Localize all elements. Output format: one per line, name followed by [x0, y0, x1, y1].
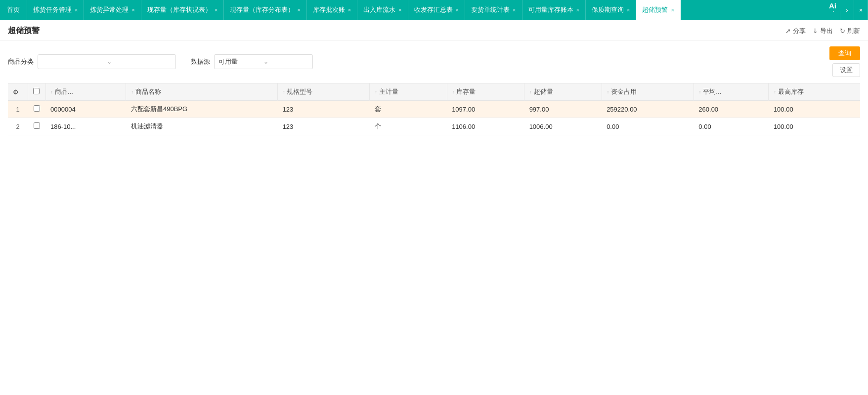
filter-area: 商品分类 ⌄ 数据源 可用量 ⌄ 查询 设置 — [0, 40, 868, 83]
main-table: ⚙ ↕商品... ↕商品名称 ↕规格型号 ↕主计量 ↕库存量 — [8, 83, 860, 135]
nav-close-icon-10[interactable]: × — [671, 7, 674, 13]
sort-icon: ↕ — [452, 90, 455, 94]
settings-gear-icon[interactable]: ⚙ — [13, 88, 19, 96]
nav-item-9[interactable]: 保质期查询× — [586, 0, 636, 20]
row-avg-0: 260.00 — [694, 101, 769, 118]
row-check-1[interactable] — [34, 122, 40, 129]
row-excess-0: 997.00 — [524, 101, 602, 118]
nav-item-2[interactable]: 现存量（库存状况表）× — [141, 0, 224, 20]
datasource-label: 数据源 — [191, 57, 210, 66]
row-num-0: 1 — [8, 101, 28, 118]
table-body: 1 0000004 六配套新昌490BPG 123 套 1097.00 997.… — [8, 101, 860, 135]
header-actions: ➚ 分享 ⇓ 导出 ↻ 刷新 — [785, 27, 860, 36]
nav-close-icon-5[interactable]: × — [398, 7, 401, 13]
settings-button[interactable]: 设置 — [832, 63, 860, 77]
col-excess[interactable]: ↕超储量 — [524, 83, 602, 101]
row-stock-1: 1106.00 — [447, 118, 524, 135]
table-header-row: ⚙ ↕商品... ↕商品名称 ↕规格型号 ↕主计量 ↕库存量 — [8, 83, 860, 101]
category-filter: 商品分类 ⌄ — [8, 54, 176, 69]
export-action[interactable]: ⇓ 导出 — [813, 27, 833, 36]
category-arrow-icon: ⌄ — [107, 58, 172, 65]
col-capital[interactable]: ↕资金占用 — [602, 83, 694, 101]
nav-item-7[interactable]: 要货单统计表× — [465, 0, 522, 20]
nav-close-icon-7[interactable]: × — [513, 7, 516, 13]
row-avg-1: 0.00 — [694, 118, 769, 135]
nav-close-icon-0[interactable]: × — [75, 7, 78, 13]
nav-close-icon-9[interactable]: × — [627, 7, 630, 13]
col-avg[interactable]: ↕平均... — [694, 83, 769, 101]
nav-item-0[interactable]: 拣货任务管理× — [27, 0, 84, 20]
sort-icon: ↕ — [51, 90, 53, 94]
row-stock-0: 1097.00 — [447, 101, 524, 118]
sort-icon: ↕ — [131, 90, 133, 94]
row-check-0[interactable] — [34, 105, 40, 112]
nav-item-6[interactable]: 收发存汇总表× — [408, 0, 465, 20]
nav-close-arrow[interactable]: × — [854, 0, 868, 20]
row-unit-1: 个 — [370, 118, 447, 135]
select-all-checkbox[interactable] — [33, 88, 40, 94]
share-action[interactable]: ➚ 分享 — [785, 27, 806, 36]
nav-close-icon-6[interactable]: × — [456, 7, 459, 13]
row-capital-1: 0.00 — [602, 118, 694, 135]
row-num-1: 2 — [8, 118, 28, 135]
share-icon: ➚ — [785, 27, 791, 35]
nav-bar: 首页 拣货任务管理×拣货异常处理×现存量（库存状况表）×现存量（库存分布表）×库… — [0, 0, 868, 20]
nav-item-4[interactable]: 库存批次账× — [307, 0, 357, 20]
sort-icon: ↕ — [607, 90, 609, 94]
row-checkbox-1[interactable] — [28, 118, 45, 135]
filter-buttons: 查询 设置 — [829, 46, 860, 77]
col-stock[interactable]: ↕库存量 — [447, 83, 524, 101]
refresh-icon: ↻ — [840, 27, 845, 35]
col-spec[interactable]: ↕规格型号 — [277, 83, 369, 101]
row-unit-0: 套 — [370, 101, 447, 118]
table-row: 2 186-10... 机油滤清器 123 个 1106.00 1006.00 … — [8, 118, 860, 135]
sort-icon: ↕ — [529, 90, 532, 94]
share-label: 分享 — [793, 27, 806, 36]
table-container: ⚙ ↕商品... ↕商品名称 ↕规格型号 ↕主计量 ↕库存量 — [0, 83, 868, 135]
row-code-0: 0000004 — [45, 101, 126, 118]
row-max-0: 100.00 — [769, 101, 860, 118]
row-max-1: 100.00 — [769, 118, 860, 135]
sort-icon: ↕ — [699, 90, 701, 94]
refresh-action[interactable]: ↻ 刷新 — [840, 27, 860, 36]
table-row: 1 0000004 六配套新昌490BPG 123 套 1097.00 997.… — [8, 101, 860, 118]
nav-close-icon-3[interactable]: × — [297, 7, 300, 13]
nav-item-8[interactable]: 可用量库存账本× — [522, 0, 586, 20]
export-icon: ⇓ — [813, 27, 818, 35]
nav-close-icon-4[interactable]: × — [348, 7, 351, 13]
datasource-filter: 数据源 可用量 ⌄ — [191, 54, 313, 69]
row-excess-1: 1006.00 — [524, 118, 602, 135]
row-spec-0: 123 — [277, 101, 369, 118]
sort-icon: ↕ — [283, 90, 285, 94]
nav-item-5[interactable]: 出入库流水× — [357, 0, 408, 20]
export-label: 导出 — [820, 27, 833, 36]
col-checkbox — [28, 83, 45, 101]
page-header: 超储预警 ➚ 分享 ⇓ 导出 ↻ 刷新 — [0, 20, 868, 40]
refresh-label: 刷新 — [847, 27, 860, 36]
datasource-select[interactable]: 可用量 ⌄ — [214, 54, 313, 69]
datasource-arrow-icon: ⌄ — [263, 58, 308, 65]
sort-icon: ↕ — [774, 90, 776, 94]
row-capital-0: 259220.00 — [602, 101, 694, 118]
col-code[interactable]: ↕商品... — [45, 83, 126, 101]
row-name-0: 六配套新昌490BPG — [126, 101, 278, 118]
nav-home[interactable]: 首页 — [0, 0, 27, 20]
nav-item-1[interactable]: 拣货异常处理× — [84, 0, 141, 20]
row-code-1: 186-10... — [45, 118, 126, 135]
row-spec-1: 123 — [277, 118, 369, 135]
col-name[interactable]: ↕商品名称 — [126, 83, 278, 101]
row-checkbox-0[interactable] — [28, 101, 45, 118]
nav-close-icon-1[interactable]: × — [131, 7, 134, 13]
nav-close-icon-8[interactable]: × — [576, 7, 579, 13]
datasource-value: 可用量 — [218, 57, 263, 66]
nav-close-icon-2[interactable]: × — [215, 7, 217, 13]
nav-item-10[interactable]: 超储预警× — [636, 0, 680, 20]
query-button[interactable]: 查询 — [829, 46, 860, 60]
col-max[interactable]: ↕最高库存 — [769, 83, 860, 101]
col-unit[interactable]: ↕主计量 — [370, 83, 447, 101]
col-settings[interactable]: ⚙ — [8, 83, 28, 101]
nav-item-3[interactable]: 现存量（库存分布表）× — [224, 0, 306, 20]
category-select[interactable]: ⌄ — [38, 54, 176, 69]
ai-badge[interactable]: Ai — [822, 0, 843, 11]
nav-items-container: 拣货任务管理×拣货异常处理×现存量（库存状况表）×现存量（库存分布表）×库存批次… — [27, 0, 826, 20]
